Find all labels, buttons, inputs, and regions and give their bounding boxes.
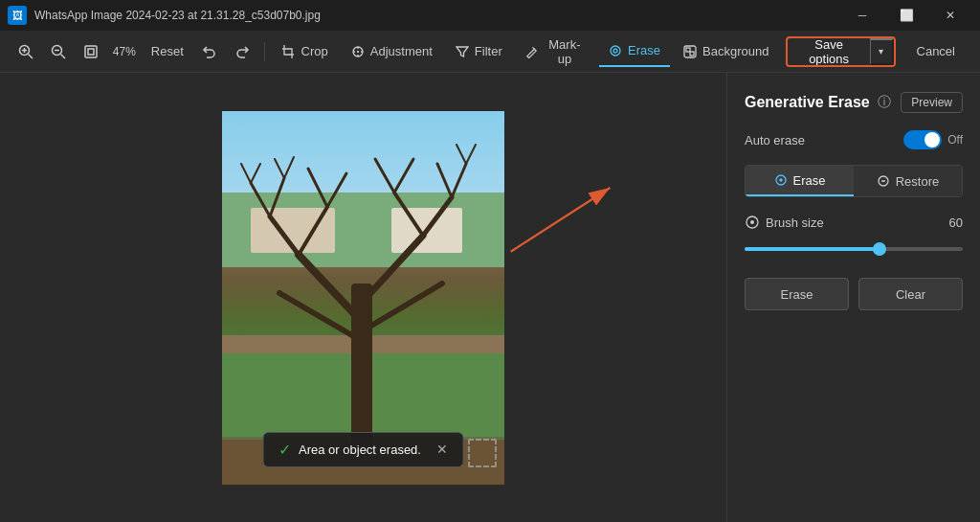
toolbar-right: Save options ▾ Cancel bbox=[786, 36, 969, 67]
brush-slider[interactable] bbox=[745, 239, 963, 259]
svg-line-31 bbox=[394, 159, 413, 193]
toast-notification: ✓ Area or object erased. ✕ bbox=[262, 432, 464, 467]
markup-tool-button[interactable]: Mark-up bbox=[516, 36, 595, 67]
svg-line-5 bbox=[60, 54, 65, 58]
auto-erase-row: Auto erase Off bbox=[745, 130, 963, 149]
svg-line-27 bbox=[327, 173, 346, 207]
app-icon: 🖼 bbox=[8, 6, 27, 25]
erase-action-button[interactable]: Erase bbox=[745, 278, 849, 310]
erase-tab-label: Erase bbox=[793, 173, 826, 188]
background-label: Background bbox=[702, 44, 768, 58]
brush-slider-fill bbox=[745, 247, 880, 251]
svg-point-10 bbox=[611, 46, 620, 56]
undo-button[interactable] bbox=[195, 36, 224, 67]
info-icon[interactable]: ⓘ bbox=[878, 94, 891, 111]
panel-title: Generative Erase bbox=[745, 94, 870, 111]
titlebar: 🖼 WhatsApp Image 2024-02-23 at 21.31.28_… bbox=[0, 0, 980, 31]
filter-tool-button[interactable]: Filter bbox=[446, 36, 512, 67]
toast-message: Area or object erased. bbox=[299, 443, 421, 457]
photo-container: ✓ Area or object erased. ✕ bbox=[222, 111, 504, 485]
svg-rect-8 bbox=[88, 49, 94, 55]
toast-close-button[interactable]: ✕ bbox=[436, 442, 448, 457]
reset-button[interactable]: Reset bbox=[144, 36, 191, 67]
auto-erase-toggle[interactable]: Off bbox=[903, 130, 963, 149]
brush-size-row: Brush size 60 bbox=[745, 215, 963, 230]
svg-line-18 bbox=[279, 293, 362, 341]
svg-rect-14 bbox=[690, 52, 694, 56]
brush-size-label: Brush size bbox=[766, 216, 949, 230]
selection-corner bbox=[468, 439, 497, 467]
svg-line-21 bbox=[299, 207, 327, 255]
svg-point-46 bbox=[750, 220, 754, 224]
toolbar: 47% Reset Crop Adjustment Filter bbox=[0, 31, 980, 73]
adjustment-label: Adjustment bbox=[370, 44, 433, 58]
svg-line-24 bbox=[251, 183, 270, 216]
svg-line-35 bbox=[284, 157, 294, 178]
zoom-out-button[interactable] bbox=[44, 36, 73, 67]
svg-line-29 bbox=[437, 164, 452, 197]
svg-line-28 bbox=[452, 164, 466, 197]
svg-line-34 bbox=[275, 159, 284, 178]
svg-line-22 bbox=[423, 197, 452, 236]
fit-button[interactable] bbox=[77, 36, 105, 67]
markup-label: Mark-up bbox=[544, 37, 586, 66]
brush-slider-thumb[interactable] bbox=[873, 242, 886, 256]
crop-tool-button[interactable]: Crop bbox=[273, 36, 338, 67]
save-options-dropdown[interactable]: ▾ bbox=[870, 38, 894, 65]
cancel-button[interactable]: Cancel bbox=[903, 36, 969, 67]
save-options-button[interactable]: Save options ▾ bbox=[786, 36, 895, 67]
toast-success-icon: ✓ bbox=[278, 441, 291, 459]
brush-size-value: 60 bbox=[949, 216, 963, 230]
action-buttons: Erase Clear bbox=[745, 278, 963, 310]
crop-label: Crop bbox=[301, 44, 328, 58]
svg-line-17 bbox=[362, 236, 423, 303]
erase-tab[interactable]: Erase bbox=[746, 166, 854, 196]
toggle-thumb bbox=[924, 132, 940, 148]
minimize-button[interactable]: ─ bbox=[840, 0, 884, 31]
close-button[interactable]: ✕ bbox=[928, 0, 972, 31]
svg-line-30 bbox=[375, 159, 394, 193]
titlebar-controls: ─ ⬜ ✕ bbox=[840, 0, 972, 31]
maximize-button[interactable]: ⬜ bbox=[884, 0, 928, 31]
brush-icon bbox=[745, 215, 760, 230]
adjustment-tool-button[interactable]: Adjustment bbox=[342, 36, 442, 67]
svg-line-26 bbox=[308, 169, 327, 207]
auto-erase-label: Auto erase bbox=[745, 133, 903, 148]
svg-line-25 bbox=[270, 178, 284, 216]
separator-1 bbox=[264, 42, 265, 61]
redo-button[interactable] bbox=[228, 36, 256, 67]
titlebar-title: WhatsApp Image 2024-02-23 at 21.31.28_c5… bbox=[34, 9, 321, 22]
save-options-main[interactable]: Save options bbox=[788, 38, 869, 65]
main-content: ✓ Area or object erased. ✕ Generative Er… bbox=[0, 73, 980, 522]
svg-line-37 bbox=[457, 145, 466, 164]
background-tool-button[interactable]: Background bbox=[674, 36, 778, 67]
svg-point-11 bbox=[613, 49, 617, 53]
toggle-switch[interactable] bbox=[903, 130, 942, 149]
photo-image bbox=[222, 111, 504, 485]
svg-line-23 bbox=[394, 193, 423, 236]
panel-header: Generative Erase ⓘ Preview bbox=[745, 92, 963, 113]
erase-label: Erase bbox=[628, 43, 660, 57]
clear-action-button[interactable]: Clear bbox=[858, 278, 963, 310]
svg-line-32 bbox=[241, 164, 251, 183]
erase-restore-tabs: Erase Restore bbox=[745, 165, 963, 197]
svg-line-33 bbox=[251, 164, 260, 183]
brush-slider-track bbox=[745, 247, 963, 251]
zoom-in-button[interactable] bbox=[11, 36, 40, 67]
tree-svg bbox=[222, 111, 504, 485]
preview-button[interactable]: Preview bbox=[901, 92, 963, 113]
erase-tool-button[interactable]: Erase bbox=[599, 36, 670, 67]
restore-tab[interactable]: Restore bbox=[854, 166, 962, 196]
svg-line-36 bbox=[466, 145, 476, 164]
filter-label: Filter bbox=[475, 44, 502, 58]
zoom-value: 47% bbox=[109, 45, 140, 58]
svg-line-20 bbox=[270, 216, 299, 255]
svg-rect-7 bbox=[85, 46, 97, 57]
svg-line-1 bbox=[28, 54, 33, 58]
titlebar-left: 🖼 WhatsApp Image 2024-02-23 at 21.31.28_… bbox=[8, 6, 321, 25]
restore-tab-label: Restore bbox=[896, 174, 940, 189]
toggle-state-label: Off bbox=[947, 133, 963, 147]
right-panel: Generative Erase ⓘ Preview Auto erase Of… bbox=[726, 73, 980, 522]
canvas-area[interactable]: ✓ Area or object erased. ✕ bbox=[0, 73, 726, 522]
